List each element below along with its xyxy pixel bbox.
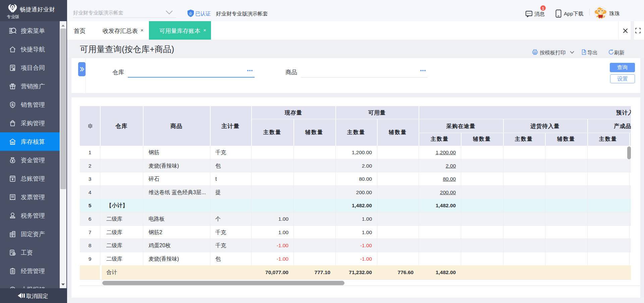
svg-text:企: 企 xyxy=(189,11,193,15)
